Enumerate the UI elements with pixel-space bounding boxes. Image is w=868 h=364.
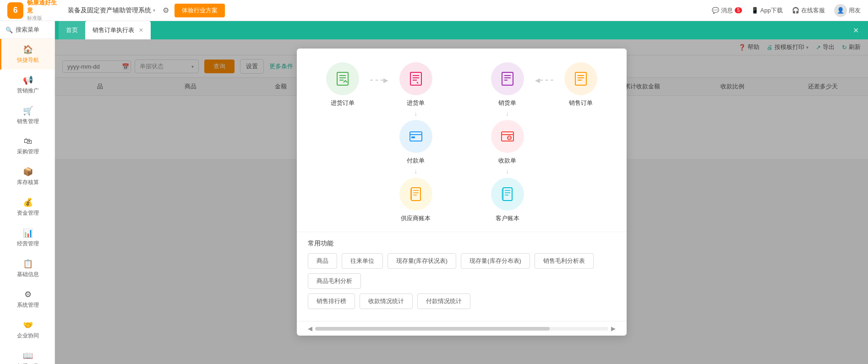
sidebar-item-newbie[interactable]: 📖 新手引导 [0,345,55,364]
common-func-title: 常用功能 [308,239,616,248]
flow-item-purchase-order[interactable]: 进货订单 [315,62,370,107]
flow-item-sales-bill[interactable]: 销货单 [480,62,535,107]
arrow-down-purchase-icon: ↓ [388,109,443,118]
online-service-button[interactable]: 🎧 在线客服 [792,6,825,15]
sales-order-circle [564,62,597,95]
func-btns-row1: 商品 往来单位 现存量(库存状况表) 现存量(库存分布表) 销售毛利分析表 商品… [308,253,616,289]
sidebar-item-collab[interactable]: 🤝 企业协同 [0,315,55,345]
sidebar-item-quick-nav[interactable]: 🏠 快捷导航 [0,39,55,70]
inventory-icon: 📦 [23,167,33,177]
func-btn-receipt-stats[interactable]: 收款情况统计 [360,293,413,309]
tab-bar-close-icon[interactable]: ✕ [847,26,864,35]
message-button[interactable]: 💬 消息 5 [712,6,742,15]
logo-area: 6 畅康通好生意 标准版 [7,0,62,22]
flow-item-receipt-bill[interactable]: 收款单 [480,120,535,165]
newbie-icon: 📖 [23,351,33,361]
collab-icon: 🤝 [23,320,33,330]
app-download-button[interactable]: 📱 App下载 [751,6,783,15]
svg-rect-32 [502,189,503,200]
func-btn-product[interactable]: 商品 [308,253,337,269]
sidebar-item-system[interactable]: ⚙ 系统管理 [0,284,55,315]
svg-rect-16 [410,132,422,141]
flow-item-customer-ledger[interactable]: 客户账本 [480,178,535,223]
arrow-down-sales-icon: ↓ [480,109,535,118]
supplier-ledger-circle [399,178,432,211]
purchase-order-circle [326,62,359,95]
logo-text: 畅康通好生意 标准版 [27,0,62,22]
topbar-right: 💬 消息 5 📱 App下载 🎧 在线客服 👤 用友 [712,4,861,17]
sales-bill-circle [491,62,524,95]
svg-rect-18 [411,136,415,138]
arrow-left-icon: ◀ [535,76,540,84]
sidebar: 🔍 搜索菜单 🏠 快捷导航 📢 营销推广 🛒 销售管理 🛍 采购管理 📦 [0,21,55,364]
tab-home[interactable]: 首页 [59,21,85,39]
scroll-row: ◀ ▶ [297,321,627,336]
flow-item-payment-bill[interactable]: 付款单 [388,120,443,165]
experience-button[interactable]: 体验行业方案 [175,4,225,17]
search-icon: 🔍 [5,27,13,33]
sidebar-item-finance[interactable]: 💰 资金管理 [0,192,55,223]
marketing-icon: 📢 [23,75,33,85]
home-icon: 🏠 [23,44,33,54]
finance-icon: 💰 [23,197,33,207]
svg-rect-8 [502,72,513,85]
arrow-down-receipt-icon: ↓ [480,167,535,175]
dropdown-arrow-icon: ▾ [153,8,155,13]
svg-rect-12 [575,72,586,85]
sidebar-item-operation[interactable]: 📊 经营管理 [0,223,55,253]
avatar: 👤 [834,4,847,17]
func-btn-stock-dist[interactable]: 现存量(库存分布表) [461,253,530,269]
func-btn-sales-rank[interactable]: 销售排行榜 [308,293,355,309]
mobile-icon: 📱 [751,7,759,14]
svg-rect-27 [410,189,412,200]
gear-icon[interactable]: ⚙ [163,6,169,15]
func-btn-product-profit[interactable]: 商品毛利分析 [308,273,361,289]
scroll-right-icon[interactable]: ▶ [611,325,616,332]
search-menu[interactable]: 🔍 搜索菜单 [0,21,55,39]
arrow-right-icon: ▶ [383,76,388,84]
page-content: ❓ 帮助 🖨 按模板打印 ▾ ↗ 导出 ↻ 刷新 [55,39,868,364]
sidebar-item-purchase[interactable]: 🛍 采购管理 [0,131,55,161]
tab-sales-order[interactable]: 销售订单执行表 ✕ [85,21,151,39]
scroll-track[interactable] [315,327,608,331]
func-btn-stock-status[interactable]: 现存量(库存状况表) [388,253,457,269]
receipt-bill-circle [491,120,524,153]
svg-rect-4 [410,72,421,85]
system-icon: ⚙ [24,289,32,299]
payment-bill-circle [399,120,432,153]
sidebar-item-sales[interactable]: 🛒 销售管理 [0,100,55,131]
system-title-select[interactable]: 装备及固定资产辅助管理系统 ▾ [68,6,155,15]
flow-area: 进货订单 ▶ [297,49,627,232]
sales-icon: 🛒 [23,106,33,116]
purchase-bill-circle [399,62,432,95]
tab-close-icon[interactable]: ✕ [139,27,143,33]
scroll-thumb [315,327,550,331]
basic-icon: 📋 [23,259,33,269]
purchase-icon: 🛍 [24,136,32,146]
flow-item-sales-order[interactable]: 销售订单 [553,62,608,107]
main-area: 🔍 搜索菜单 🏠 快捷导航 📢 营销推广 🛒 销售管理 🛍 采购管理 📦 [0,21,868,364]
topbar: 6 畅康通好生意 标准版 装备及固定资产辅助管理系统 ▾ ⚙ 体验行业方案 💬 … [0,0,868,21]
scroll-left-icon[interactable]: ◀ [308,325,312,332]
func-btns-row2: 销售排行榜 收款情况统计 付款情况统计 [308,293,616,309]
func-btn-payment-stats[interactable]: 付款情况统计 [417,293,470,309]
common-func-area: 常用功能 商品 往来单位 现存量(库存状况表) 现存量(库存分布表) 销售毛利分… [297,232,627,321]
headset-icon: 🎧 [792,7,799,14]
func-btn-sales-profit[interactable]: 销售毛利分析表 [535,253,594,269]
tab-bar: 首页 销售订单执行表 ✕ ✕ [55,21,868,39]
sidebar-item-inventory[interactable]: 📦 库存核算 [0,161,55,192]
func-btn-partner[interactable]: 往来单位 [342,253,383,269]
user-menu[interactable]: 👤 用友 [834,4,861,17]
flow-item-purchase-bill[interactable]: 进货单 [388,62,443,107]
sidebar-item-marketing[interactable]: 📢 营销推广 [0,70,55,100]
content-area: 首页 销售订单执行表 ✕ ✕ ❓ 帮助 🖨 按 [55,21,868,364]
sidebar-item-basic[interactable]: 📋 基础信息 [0,253,55,284]
flow-item-supplier-ledger[interactable]: 供应商账本 [388,178,443,223]
svg-rect-23 [411,188,420,201]
logo-icon: 6 [7,2,23,19]
message-badge: 5 [735,7,742,13]
svg-rect-28 [503,188,512,201]
operation-icon: 📊 [23,228,33,238]
overlay[interactable]: 进货订单 ▶ [55,39,868,364]
customer-ledger-circle [491,178,524,211]
